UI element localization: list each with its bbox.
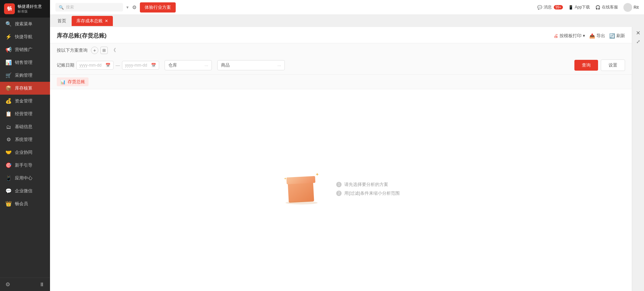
finance-icon: 💰 [5, 98, 11, 104]
query-button[interactable]: 查询 [574, 60, 598, 71]
product-filter-group: 商品 ··· [217, 60, 285, 70]
topbar-search[interactable]: 🔍 搜索 [55, 3, 123, 11]
sidebar-item-label: 企业协同 [15, 149, 32, 155]
print-template-button[interactable]: 🖨 按模板打印 ▾ [553, 33, 585, 39]
online-service-label: 在线客服 [602, 4, 618, 10]
sidebar-item-weixin[interactable]: 💬 企业微信 [0, 185, 50, 197]
date-start-input[interactable]: yyyy-mm-dd 📅 [76, 61, 114, 70]
app-download-label: App下载 [575, 4, 590, 10]
sidebar-item-appstore[interactable]: 📱 应用中心 [0, 172, 50, 185]
sidebar-nav: 🔍 搜索菜单 ⚡ 快捷导航 📢 营销推广 📊 销售管理 🛒 采购管理 📦 库存核… [0, 18, 50, 277]
scheme-icon: 📊 [60, 79, 66, 84]
box-lid [287, 176, 316, 184]
filter-right-buttons: 查询 设置 [574, 59, 625, 71]
warehouse-more-icon: ··· [204, 63, 208, 68]
sidebar-item-marketing[interactable]: 📢 营销推广 [0, 43, 50, 56]
sidebar-item-purchase[interactable]: 🛒 采购管理 [0, 69, 50, 82]
page-header: 库存总账(存货总账) 🖨 按模板打印 ▾ 📤 导出 🔄 刷新 [50, 27, 632, 43]
sidebar-item-search[interactable]: 🔍 搜索菜单 [0, 18, 50, 30]
messages-button[interactable]: 💬 消息 99+ [537, 4, 563, 10]
export-label: 导出 [596, 33, 605, 39]
warehouse-filter-group: 仓库 ··· [165, 60, 212, 70]
topbar-settings-icon[interactable]: ⚙ [132, 4, 137, 10]
sidebar-item-label: 销售管理 [15, 59, 32, 66]
inventory-cost-tab-label: 库存成本总账 [76, 18, 103, 24]
search-icon: 🔍 [59, 5, 64, 10]
step-2-text: 用[过滤]条件来缩小分析范围 [344, 190, 399, 196]
search-text: 搜索 [66, 4, 74, 10]
sidebar-item-inventory[interactable]: 📦 库存核算 [0, 82, 50, 95]
sidebar-item-label: 系统管理 [15, 137, 32, 143]
shortcut-icon: ⚡ [5, 34, 11, 40]
refresh-button[interactable]: 🔄 刷新 [609, 33, 625, 39]
sidebar-item-label: 采购管理 [15, 72, 32, 78]
sidebar: 畅 畅捷通好生意 标准版 🔍 搜索菜单 ⚡ 快捷导航 📢 营销推广 📊 销售管理… [0, 0, 50, 291]
page-title: 库存总账(存货总账) [57, 32, 106, 40]
date-end-input[interactable]: yyyy-mm-dd 📅 [122, 61, 159, 70]
sidebar-item-label: 新手引导 [15, 162, 32, 168]
tab-home[interactable]: 首页 [53, 16, 71, 26]
print-icon: 🖨 [553, 33, 558, 39]
filter-add-button[interactable]: + [91, 47, 98, 54]
industry-solution-button[interactable]: 体验行业方案 [140, 2, 176, 13]
product-select[interactable]: 商品 ··· [217, 60, 285, 70]
calendar-end-icon: 📅 [151, 63, 156, 68]
topbar-dropdown-icon[interactable]: ▾ [126, 5, 129, 10]
user-name: Rit [634, 5, 639, 10]
sidebar-item-vip[interactable]: 👑 畅会员 [0, 197, 50, 210]
sidebar-item-system[interactable]: ⚙ 系统管理 [0, 133, 50, 146]
settings-button[interactable]: 设置 [601, 59, 625, 71]
step-1-text: 请先选择要分析的方案 [344, 181, 388, 188]
audio-bottom-icon[interactable]: ⏸ [39, 282, 45, 288]
app-download-button[interactable]: 📱 App下载 [568, 4, 590, 10]
sidebar-item-finance[interactable]: 💰 资金管理 [0, 95, 50, 107]
page-header-actions: 🖨 按模板打印 ▾ 📤 导出 🔄 刷新 [553, 33, 625, 39]
product-label: 商品 [221, 62, 230, 68]
home-tab-label: 首页 [57, 18, 66, 24]
content-wrapper: 库存总账(存货总账) 🖨 按模板打印 ▾ 📤 导出 🔄 刷新 [50, 27, 644, 291]
app-version: 标准版 [18, 9, 42, 14]
purchase-icon: 🛒 [5, 72, 11, 78]
sidebar-item-sales[interactable]: 📊 销售管理 [0, 56, 50, 69]
calendar-start-icon: 📅 [105, 63, 110, 68]
tabbar: 首页 库存成本总账 ✕ [50, 15, 644, 27]
settings-bottom-icon[interactable]: ⚙ [5, 281, 10, 288]
filter-collapse-button[interactable]: 《 [111, 47, 116, 53]
logo-icon: 畅 [4, 3, 15, 14]
sidebar-item-label: 企业微信 [15, 188, 32, 194]
phone-icon: 📱 [568, 5, 573, 10]
system-icon: ⚙ [5, 137, 11, 143]
refresh-label: 刷新 [616, 33, 625, 39]
date-label: 记账日期 [57, 62, 74, 68]
app-logo: 畅 畅捷通好生意 标准版 [0, 0, 50, 18]
messages-label: 消息 [544, 4, 552, 10]
tab-close-icon[interactable]: ✕ [105, 19, 108, 23]
right-panel-expand-button[interactable]: ⤢ [636, 39, 640, 44]
scheme-list: 📊 存货总账 [50, 75, 632, 89]
right-panel-close-button[interactable]: ✕ [636, 30, 640, 36]
warehouse-select[interactable]: 仓库 ··· [165, 60, 212, 70]
sidebar-item-shortcut[interactable]: ⚡ 快捷导航 [0, 30, 50, 43]
sidebar-item-label: 库存核算 [15, 85, 32, 91]
topbar: 🔍 搜索 ▾ ⚙ 体验行业方案 💬 消息 99+ 📱 App下载 🎧 在线客服 … [50, 0, 644, 15]
scheme-label: 存货总账 [68, 79, 85, 85]
date-end-placeholder: yyyy-mm-dd [125, 63, 147, 68]
sidebar-item-newbie[interactable]: 🎯 新手引导 [0, 159, 50, 172]
filter-scheme-button[interactable]: ⊞ [100, 47, 108, 54]
date-filter-group: 记账日期 yyyy-mm-dd 📅 — yyyy-mm-dd 📅 [57, 61, 159, 70]
online-service-button[interactable]: 🎧 在线客服 [595, 4, 618, 10]
sidebar-item-enterprise[interactable]: 🤝 企业协同 [0, 146, 50, 159]
app-name: 畅捷通好生意 [18, 4, 42, 9]
box-shadow [286, 201, 318, 204]
tab-inventory-cost[interactable]: 库存成本总账 ✕ [72, 16, 113, 26]
refresh-icon: 🔄 [609, 33, 615, 39]
user-profile[interactable]: Rit [623, 3, 639, 12]
sidebar-item-basic[interactable]: 🗂 基础信息 [0, 120, 50, 133]
scheme-item-inventory-ledger[interactable]: 📊 存货总账 [57, 77, 89, 86]
filter-fields: 记账日期 yyyy-mm-dd 📅 — yyyy-mm-dd 📅 仓库 ··· [50, 56, 632, 75]
product-more-icon: ··· [277, 63, 281, 68]
export-button[interactable]: 📤 导出 [589, 33, 605, 39]
sidebar-bottom: ⚙ ⏸ [0, 277, 50, 291]
sidebar-item-label: 搜索菜单 [15, 21, 32, 27]
sidebar-item-operations[interactable]: 📋 经营管理 [0, 107, 50, 120]
